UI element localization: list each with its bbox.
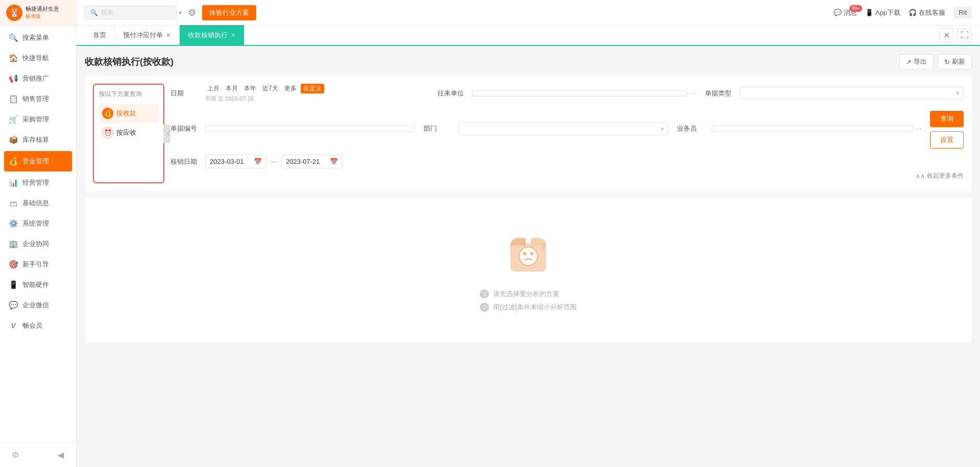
date-btn-more[interactable]: 更多	[282, 84, 299, 93]
sidebar-item-finance[interactable]: 💰 资金管理	[4, 151, 72, 171]
sidebar-item-business[interactable]: 📊 经营管理	[0, 173, 76, 193]
app-icon: 📱	[865, 9, 873, 16]
topbar-messages[interactable]: 💬 消息 99+	[834, 8, 857, 17]
date-btn-custom[interactable]: 自定义	[301, 84, 324, 93]
search-icon: 🔍	[90, 9, 98, 16]
topbar-app-download[interactable]: 📱 App下载	[865, 8, 900, 17]
department-label: 部门	[424, 124, 450, 133]
sidebar-item-inventory[interactable]: 📦 库存核算	[0, 130, 76, 150]
tabbar-actions: ✕ ⛶	[939, 28, 972, 42]
date-btn-this-year[interactable]: 本年	[242, 84, 258, 93]
system-icon: ⚙️	[8, 218, 18, 229]
topbar-user[interactable]: Rit	[953, 7, 972, 18]
counterparty-dots[interactable]: ···	[690, 89, 696, 98]
sidebar-item-basic-info[interactable]: 🗃 基础信息	[0, 193, 76, 213]
write-off-from-value: 2023-03-01	[210, 158, 244, 165]
tab-home-label: 首页	[93, 31, 106, 40]
message-badge: 99+	[849, 5, 862, 12]
empty-tips: 1 请先选择要分析的方案 2 用[过滤]条件来缩小分析范围	[480, 289, 576, 312]
filter-option-by-receipt[interactable]: 💰 按收款	[99, 104, 158, 123]
salesman-input[interactable]	[712, 126, 913, 132]
tab-prepay-close[interactable]: ✕	[166, 32, 171, 39]
sidebar-nav: 🔍 搜索菜单 🏠 快捷导航 📢 营销推广 📋 销售管理 🛒 采购管理 📦 库存核…	[0, 26, 76, 442]
tab-prepay[interactable]: 预付冲应付单 ✕	[115, 25, 180, 45]
tabbar: 首页 预付冲应付单 ✕ 收款核销执行 ✕ ✕ ⛶	[77, 26, 980, 46]
sidebar-item-label: 资金管理	[22, 157, 49, 166]
sidebar-item-member[interactable]: V 畅会员	[0, 315, 76, 336]
filter-option-by-receivable[interactable]: ⏰ 按应收	[99, 123, 158, 142]
topbar-gear-icon[interactable]: ⚙	[188, 7, 196, 18]
tab-collect-label: 收款核销执行	[188, 31, 228, 40]
refresh-button[interactable]: ↻ 刷新	[938, 54, 972, 69]
collapse-up-icon: ∧∧	[916, 173, 925, 180]
tip-text-1: 请先选择要分析的方案	[493, 289, 559, 299]
sidebar-item-system[interactable]: ⚙️ 系统管理	[0, 213, 76, 234]
tab-close-all-btn[interactable]: ✕	[939, 28, 953, 42]
sidebar-item-label: 销售管理	[22, 94, 49, 104]
write-off-date-label: 核销日期	[170, 157, 197, 166]
sidebar-item-label: 畅会员	[22, 321, 42, 330]
tab-collect-write-off[interactable]: 收款核销执行 ✕	[180, 25, 244, 45]
calendar-to-icon[interactable]: 📅	[330, 158, 338, 165]
guide-icon: 🎯	[8, 259, 18, 269]
username: Rit	[959, 9, 967, 16]
topbar-search-box[interactable]: 🔍 搜索	[85, 6, 177, 19]
query-button[interactable]: 查询	[930, 111, 964, 127]
counterparty-input[interactable]	[472, 90, 688, 96]
filter-sidebar-collapse-btn[interactable]: 《	[163, 125, 170, 143]
sales-icon: 📋	[8, 94, 18, 104]
filter-grid: 日期 上月 本月 本年 近7天 更多 自定义 不限 至 2023-07-26	[170, 84, 964, 183]
sidebar-item-label: 智能硬件	[22, 280, 49, 289]
footer-collapse-icon[interactable]: ◀	[54, 448, 68, 462]
collapse-more-btn[interactable]: ∧∧ 收起更多条件	[170, 168, 964, 183]
topbar-online-service[interactable]: 🎧 在线客服	[909, 8, 945, 17]
topbar-dropdown-icon[interactable]: ▾	[179, 9, 182, 16]
date-btn-7days[interactable]: 近7天	[260, 84, 280, 93]
sidebar-item-marketing[interactable]: 📢 营销推广	[0, 68, 76, 89]
main-content: 🔍 搜索 ▾ ⚙ 休验行业方案 💬 消息 99+ 📱 App下载 🎧 在线客服	[77, 0, 980, 467]
doc-no-input[interactable]	[205, 126, 415, 132]
filter-panel: 按以下方案查询 💰 按收款 ⏰ 按应收 《 日期	[85, 76, 972, 191]
svg-text:?: ?	[541, 244, 545, 253]
topbar-left: 🔍 搜索 ▾ ⚙ 休验行业方案	[85, 5, 834, 20]
service-icon: 🎧	[909, 9, 917, 16]
write-off-date-from[interactable]: 2023-03-01 📅	[205, 155, 266, 168]
sidebar-item-label: 企业微信	[22, 301, 49, 310]
industry-btn[interactable]: 休验行业方案	[202, 5, 256, 20]
settings-button[interactable]: 设置	[930, 131, 964, 149]
department-select[interactable]: ▾	[458, 122, 669, 135]
doc-no-label: 单据编号	[170, 124, 197, 133]
sidebar-item-label: 快捷导航	[22, 54, 49, 63]
footer-settings-icon[interactable]: ⚙	[8, 448, 22, 462]
salesman-dots[interactable]: ···	[915, 124, 922, 133]
empty-tip-1: 1 请先选择要分析的方案	[480, 289, 576, 299]
write-off-date-to[interactable]: 2023-07-21 📅	[281, 155, 342, 168]
svg-point-2	[523, 252, 526, 255]
sidebar-item-label: 企业协同	[22, 239, 49, 249]
sidebar-item-purchase[interactable]: 🛒 采购管理	[0, 109, 76, 130]
export-button[interactable]: ↗ 导出	[899, 54, 934, 69]
export-icon: ↗	[906, 58, 912, 66]
sidebar-item-label: 营销推广	[22, 74, 49, 83]
tab-collect-close[interactable]: ✕	[231, 32, 236, 39]
topbar-right: 💬 消息 99+ 📱 App下载 🎧 在线客服 Rit	[834, 7, 972, 18]
finance-icon: 💰	[8, 156, 18, 166]
date-btn-last-month[interactable]: 上月	[205, 84, 222, 93]
wechat-icon: 💬	[8, 300, 18, 310]
sidebar-item-enterprise[interactable]: 🏢 企业协同	[0, 234, 76, 254]
sidebar-item-label: 搜索菜单	[22, 33, 49, 42]
purchase-icon: 🛒	[8, 114, 18, 125]
sidebar-item-search-menu[interactable]: 🔍 搜索菜单	[0, 28, 76, 48]
sidebar-item-quick-nav[interactable]: 🏠 快捷导航	[0, 48, 76, 68]
marketing-icon: 📢	[8, 73, 18, 84]
calendar-from-icon[interactable]: 📅	[254, 158, 262, 165]
sidebar-item-hardware[interactable]: 📱 智能硬件	[0, 275, 76, 295]
sidebar-item-sales[interactable]: 📋 销售管理	[0, 89, 76, 109]
member-icon: V	[8, 321, 18, 331]
tab-expand-btn[interactable]: ⛶	[958, 28, 972, 42]
tab-home[interactable]: 首页	[85, 25, 115, 45]
doc-type-select[interactable]: ▾	[740, 87, 964, 100]
sidebar-item-guide[interactable]: 🎯 新手引导	[0, 254, 76, 275]
date-btn-this-month[interactable]: 本月	[224, 84, 240, 93]
sidebar-item-wechat[interactable]: 💬 企业微信	[0, 295, 76, 315]
